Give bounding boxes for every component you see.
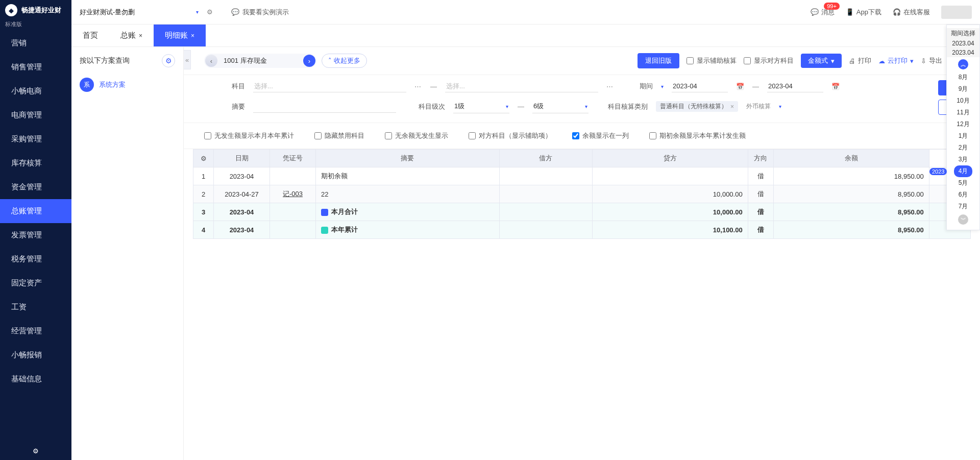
sidebar-item-4[interactable]: 采购管理 bbox=[0, 127, 71, 151]
chevron-down-icon: ▾ bbox=[831, 57, 835, 65]
amount-format-button[interactable]: 金额式▾ bbox=[801, 54, 842, 68]
current-account: 1001 库存现金 bbox=[218, 56, 302, 65]
check-no-balance-show[interactable]: 无余额无发生显示 bbox=[385, 131, 448, 140]
subject-to-input[interactable] bbox=[445, 80, 598, 92]
period-from-select[interactable]: 2023-04 bbox=[672, 80, 728, 92]
check-no-amount-show[interactable]: 无发生额显示本月本年累计 bbox=[204, 131, 294, 140]
period-month[interactable]: 4月 bbox=[954, 165, 972, 177]
check-opposite-aux[interactable]: 对方科目（显示辅助项） bbox=[469, 131, 552, 140]
chevron-down-icon[interactable]: ▾ bbox=[779, 104, 781, 109]
table-row[interactable]: 22023-04-27记-0032210,000.00借8,950.00 bbox=[193, 185, 971, 203]
demo-link[interactable]: 💬 我要看实例演示 bbox=[231, 8, 289, 17]
sidebar: ◆ 畅捷通好业财 标准版 营销销售管理小畅电商电商管理采购管理库存核算资金管理总… bbox=[0, 0, 71, 460]
prev-account-button[interactable]: ‹ bbox=[205, 55, 217, 67]
period-down-icon[interactable]: ︾ bbox=[958, 214, 968, 225]
period-month[interactable]: 8月 bbox=[954, 71, 972, 83]
collapse-handle-icon[interactable]: « bbox=[184, 50, 191, 69]
messages[interactable]: 💬 消息 99+ bbox=[811, 8, 835, 17]
sidebar-item-12[interactable]: 经营管理 bbox=[0, 319, 71, 343]
gear-icon[interactable]: ⚙ bbox=[207, 8, 213, 16]
period-month[interactable]: 11月 bbox=[954, 107, 972, 118]
show-aux-checkbox[interactable]: 显示辅助核算 bbox=[687, 56, 737, 65]
tab-1[interactable]: 总账 × bbox=[109, 25, 154, 46]
calendar-icon[interactable]: 📅 bbox=[736, 83, 744, 90]
calendar-icon[interactable]: 📅 bbox=[831, 83, 840, 90]
scheme-system[interactable]: 系 系统方案 bbox=[71, 74, 183, 96]
subject-from-input[interactable] bbox=[253, 80, 406, 92]
avatar[interactable] bbox=[941, 6, 972, 19]
app-download[interactable]: 📱 App下载 bbox=[846, 8, 881, 17]
check-balance-one-col[interactable]: 余额显示在一列 bbox=[572, 131, 629, 140]
scheme-title: 按以下方案查询 bbox=[80, 56, 130, 65]
sidebar-item-6[interactable]: 资金管理 bbox=[0, 175, 71, 199]
period-month[interactable]: 2月 bbox=[954, 142, 972, 154]
voucher-link[interactable]: 记-003 bbox=[283, 190, 303, 198]
period-up-icon[interactable]: ︽ bbox=[958, 59, 968, 69]
check-hide-disabled[interactable]: 隐藏禁用科目 bbox=[314, 131, 364, 140]
customer-service[interactable]: 🎧 在线客服 bbox=[893, 8, 930, 17]
sidebar-item-3[interactable]: 电商管理 bbox=[0, 103, 71, 127]
sidebar-item-9[interactable]: 税务管理 bbox=[0, 247, 71, 271]
chevron-down-icon: ▾ bbox=[196, 9, 199, 15]
cloud-icon: ☁ bbox=[878, 57, 885, 65]
show-opposite-checkbox[interactable]: 显示对方科目 bbox=[744, 56, 794, 65]
scheme-settings-icon[interactable]: ⚙ bbox=[162, 54, 175, 67]
summary-label: 摘要 bbox=[204, 102, 245, 111]
table-row[interactable]: 12023-04期初余额借18,950.00 bbox=[193, 167, 971, 185]
type-extra: 外币核算 bbox=[746, 102, 771, 111]
ledger-table-wrap: ⚙日期凭证号摘要借方贷方方向余额 12023-04期初余额借18,950.002… bbox=[184, 149, 980, 460]
subject-picker-icon[interactable]: ⋯ bbox=[606, 83, 614, 90]
level-to-select[interactable]: 6级▾ bbox=[532, 100, 589, 113]
period-month[interactable]: 12月 bbox=[954, 118, 972, 130]
tab-2[interactable]: 明细账 × bbox=[154, 25, 206, 46]
period-month[interactable]: 1月 bbox=[954, 130, 972, 142]
sidebar-item-11[interactable]: 工资 bbox=[0, 295, 71, 319]
tabs: 首页总账 ×明细账 × ✕ ⛶ bbox=[71, 25, 980, 47]
gear-icon[interactable]: ⚙ bbox=[201, 155, 207, 162]
sidebar-item-10[interactable]: 固定资产 bbox=[0, 271, 71, 295]
sidebar-item-0[interactable]: 营销 bbox=[0, 31, 71, 55]
return-old-button[interactable]: 退回旧版 bbox=[638, 53, 679, 68]
next-account-button[interactable]: › bbox=[303, 55, 315, 67]
ledger-table: ⚙日期凭证号摘要借方贷方方向余额 12023-04期初余额借18,950.002… bbox=[193, 149, 971, 239]
period-to-select[interactable]: 2023-04 bbox=[767, 80, 823, 92]
chevron-down-icon[interactable]: ▾ bbox=[661, 84, 664, 89]
level-label: 科目级次 bbox=[404, 102, 445, 111]
nav: 营销销售管理小畅电商电商管理采购管理库存核算资金管理总账管理发票管理税务管理固定… bbox=[0, 31, 71, 442]
tab-close-icon[interactable]: × bbox=[191, 32, 194, 39]
sidebar-item-2[interactable]: 小畅电商 bbox=[0, 79, 71, 103]
export-button[interactable]: ⇩导出 bbox=[921, 56, 942, 65]
sidebar-item-7[interactable]: 总账管理 bbox=[0, 199, 71, 223]
chevron-up-icon: ˄ bbox=[328, 57, 334, 64]
period-month[interactable]: 6月 bbox=[954, 189, 972, 201]
period-month[interactable]: 3月 bbox=[954, 154, 972, 165]
tab-close-icon[interactable]: × bbox=[139, 32, 142, 39]
headset-icon: 🎧 bbox=[893, 8, 901, 16]
chevron-down-icon: ▾ bbox=[910, 57, 914, 65]
check-begin-balance-ytd[interactable]: 期初余额显示本年累计发生额 bbox=[649, 131, 746, 140]
period-month[interactable]: 10月 bbox=[954, 95, 972, 107]
sidebar-item-8[interactable]: 发票管理 bbox=[0, 223, 71, 247]
period-month[interactable]: 9月 bbox=[954, 83, 972, 95]
period-popup-from: 2023.04 bbox=[947, 39, 979, 48]
summary-input[interactable] bbox=[253, 101, 396, 113]
level-from-select[interactable]: 1级▾ bbox=[453, 100, 509, 113]
tab-0[interactable]: 首页 bbox=[71, 25, 109, 46]
sidebar-item-5[interactable]: 库存核算 bbox=[0, 151, 71, 175]
sidebar-item-14[interactable]: 基础信息 bbox=[0, 367, 71, 391]
sidebar-item-1[interactable]: 销售管理 bbox=[0, 55, 71, 79]
subject-picker-icon[interactable]: ⋯ bbox=[414, 83, 422, 90]
print-button[interactable]: 🖨打印 bbox=[849, 56, 871, 65]
table-row[interactable]: 42023-04本年累计10,100.00借8,950.00 bbox=[193, 221, 971, 239]
sidebar-item-13[interactable]: 小畅报销 bbox=[0, 343, 71, 367]
print-icon: 🖨 bbox=[849, 57, 855, 65]
period-month[interactable]: 7月 bbox=[954, 201, 972, 212]
type-label: 科目核算类别 bbox=[597, 102, 648, 111]
cloud-print-button[interactable]: ☁云打印 ▾ bbox=[878, 56, 914, 65]
settings-icon[interactable]: ⚙ bbox=[0, 442, 71, 460]
remove-tag-icon[interactable]: × bbox=[730, 103, 734, 110]
period-month[interactable]: 5月 bbox=[954, 177, 972, 189]
collapse-more-button[interactable]: ˄ 收起更多 bbox=[322, 54, 367, 68]
company-select[interactable]: 好业财测试-量勿删 ▾ bbox=[80, 8, 199, 17]
table-row[interactable]: 32023-04本月合计10,000.00借8,950.00 bbox=[193, 203, 971, 221]
